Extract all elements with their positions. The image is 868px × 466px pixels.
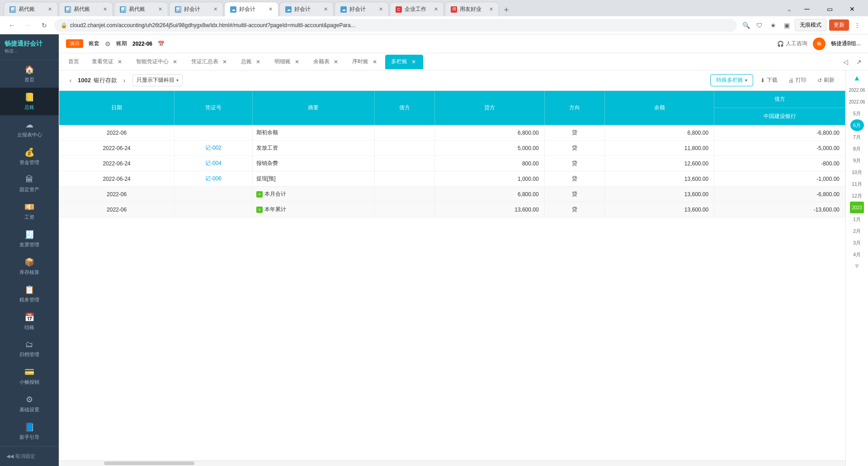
- forward-button[interactable]: →: [22, 19, 34, 32]
- sidebar-item-tax[interactable]: 📋 税务管理: [0, 280, 59, 308]
- timeline-may[interactable]: 5月: [847, 108, 867, 119]
- tab-summary-close[interactable]: ✕: [221, 58, 228, 66]
- tab-close-1[interactable]: ✕: [48, 6, 52, 12]
- calendar-icon[interactable]: 📅: [158, 41, 165, 47]
- tab-balance[interactable]: 余额表 ✕: [307, 55, 345, 69]
- incognito-button[interactable]: 无痕模式: [795, 19, 826, 31]
- tab-detail-close[interactable]: ✕: [293, 58, 301, 66]
- tab-smart[interactable]: 智能凭证中心 ✕: [130, 55, 184, 69]
- timeline-november[interactable]: 11月: [847, 178, 867, 190]
- cell-voucher[interactable]: 记-004: [175, 156, 253, 171]
- browser-tab-7[interactable]: ☁ 好会计 ✕: [335, 2, 389, 16]
- sidebar-item-archive[interactable]: 🗂 归档管理: [0, 335, 59, 362]
- tab-general[interactable]: 总账 ✕: [235, 55, 268, 69]
- tab-close-6[interactable]: ✕: [324, 6, 328, 12]
- next-account-button[interactable]: ›: [120, 76, 129, 85]
- h-scrollbar[interactable]: [59, 461, 845, 466]
- maximize-button[interactable]: ▭: [819, 2, 840, 16]
- sidebar-item-guide[interactable]: 📘 新手引导: [0, 418, 59, 445]
- timeline-august[interactable]: 8月: [847, 143, 867, 155]
- timeline-december[interactable]: 12月: [847, 190, 867, 202]
- tab-close-3[interactable]: ✕: [158, 6, 162, 12]
- url-bar[interactable]: 🔒 cloud2.chanjet.com/accounting/uh26t264…: [54, 19, 737, 32]
- timeline-mar[interactable]: 3月: [847, 237, 867, 249]
- close-button[interactable]: ✕: [842, 2, 863, 16]
- back-button[interactable]: ←: [5, 19, 18, 32]
- sidebar-toggle[interactable]: ▣: [781, 20, 792, 31]
- sidebar-item-home[interactable]: 🏠 首页: [0, 60, 59, 88]
- download-button[interactable]: ⬇ 下载: [757, 75, 781, 86]
- ai-consult-button[interactable]: 🎧 人工咨询: [777, 40, 807, 47]
- multi-col-button[interactable]: 特殊多栏账 ▾: [710, 74, 753, 86]
- timeline-apr[interactable]: 4月: [847, 249, 867, 260]
- sidebar-item-close[interactable]: 📅 结账: [0, 308, 59, 335]
- browser-tab-4[interactable]: 📊 好会计 ✕: [169, 2, 223, 16]
- star-button[interactable]: ★: [768, 20, 778, 31]
- sidebar-item-ledger[interactable]: 📒 总账: [0, 88, 59, 115]
- browser-tab-6[interactable]: ☁ 好会计 ✕: [279, 2, 334, 16]
- browser-tab-9[interactable]: 用 用友好业 ✕: [445, 2, 499, 16]
- timeline-up-button[interactable]: ▲: [852, 72, 863, 84]
- tab-close-2[interactable]: ✕: [103, 6, 107, 12]
- sidebar-item-fund[interactable]: 💰 资金管理: [0, 143, 59, 170]
- tab-sequence[interactable]: 序时账 ✕: [346, 55, 384, 69]
- search-button[interactable]: 🔍: [741, 20, 751, 31]
- h-scroll-thumb[interactable]: [104, 461, 194, 465]
- tab-close-4[interactable]: ✕: [213, 6, 217, 12]
- tab-close-5[interactable]: ✕: [269, 6, 273, 12]
- tab-sequence-close[interactable]: ✕: [371, 58, 378, 66]
- tab-home[interactable]: 首页: [62, 55, 85, 69]
- tab-balance-close[interactable]: ✕: [332, 58, 340, 66]
- top-settings-icon[interactable]: ⚙: [105, 40, 111, 47]
- new-tab-button[interactable]: +: [500, 4, 513, 16]
- timeline-june[interactable]: 6月: [850, 119, 864, 131]
- minimize-button[interactable]: ─: [797, 2, 817, 16]
- voucher-link[interactable]: 记-004: [205, 160, 222, 166]
- cell-voucher[interactable]: 记-002: [175, 141, 253, 156]
- tab-smart-close[interactable]: ✕: [171, 58, 179, 66]
- browser-tab-2[interactable]: 📊 易代账 ✕: [59, 2, 113, 16]
- browser-tab-1[interactable]: 📊 易代账 ✕: [4, 2, 58, 16]
- browser-tab-3[interactable]: 📊 易代账 ✕: [114, 2, 168, 16]
- timeline-down-button[interactable]: ▼: [852, 260, 863, 272]
- sidebar-item-salary[interactable]: 💴 工资: [0, 198, 59, 225]
- refresh-button[interactable]: ↺ 刷新: [814, 75, 838, 86]
- reload-button[interactable]: ↻: [38, 19, 51, 32]
- collapse-panel-button[interactable]: ◁: [840, 56, 851, 67]
- timeline-jan[interactable]: 1月: [847, 213, 867, 225]
- browser-tab-5[interactable]: ☁ 好会计 ✕: [224, 2, 278, 16]
- sidebar-item-inventory[interactable]: 📦 库存核算: [0, 253, 59, 280]
- sidebar-item-settings[interactable]: ⚙ 基础设置: [0, 390, 59, 418]
- tab-multi-close[interactable]: ✕: [410, 58, 417, 66]
- timeline-september[interactable]: 9月: [847, 155, 867, 166]
- voucher-link[interactable]: 记-006: [205, 175, 222, 182]
- cancel-fixed-button[interactable]: ◀◀ 取消固定: [4, 450, 55, 462]
- sidebar-item-expense[interactable]: 💳 小畅报销: [0, 362, 59, 390]
- browser-tab-8[interactable]: C 企业工作 ✕: [390, 2, 444, 16]
- sidebar-item-cloud[interactable]: ☁ 云报表中心: [0, 115, 59, 143]
- tab-summary[interactable]: 凭证汇总表 ✕: [185, 55, 234, 69]
- timeline-july[interactable]: 7月: [847, 131, 867, 143]
- settings-button[interactable]: ⋮: [852, 20, 863, 31]
- timeline-feb[interactable]: 2月: [847, 225, 867, 237]
- prev-account-button[interactable]: ‹: [66, 76, 75, 85]
- voucher-link[interactable]: 记-002: [205, 145, 222, 151]
- shield-button[interactable]: 🛡: [754, 20, 765, 31]
- expand-panel-button[interactable]: ↗: [854, 56, 864, 67]
- tab-general-close[interactable]: ✕: [255, 58, 262, 66]
- tab-list-button[interactable]: ⌄: [784, 4, 795, 14]
- sidebar-item-invoice[interactable]: 🧾 发票管理: [0, 225, 59, 253]
- tab-close-8[interactable]: ✕: [434, 6, 438, 12]
- update-button[interactable]: 更新: [829, 19, 849, 31]
- tab-close-7[interactable]: ✕: [379, 6, 383, 12]
- print-button[interactable]: 🖨 打印: [785, 75, 810, 86]
- tab-detail[interactable]: 明细账 ✕: [269, 55, 307, 69]
- filter-dropdown[interactable]: 只显示下级科目 ▾: [132, 74, 183, 86]
- timeline-october[interactable]: 10月: [847, 166, 867, 178]
- tab-close-9[interactable]: ✕: [489, 6, 493, 12]
- tab-voucher-close[interactable]: ✕: [116, 58, 123, 66]
- cell-voucher[interactable]: 记-006: [175, 171, 253, 187]
- sidebar-item-asset[interactable]: 🏛 固定资产: [0, 170, 59, 198]
- tab-voucher[interactable]: 查看凭证 ✕: [86, 55, 129, 69]
- tab-multi[interactable]: 多栏账 ✕: [385, 55, 423, 69]
